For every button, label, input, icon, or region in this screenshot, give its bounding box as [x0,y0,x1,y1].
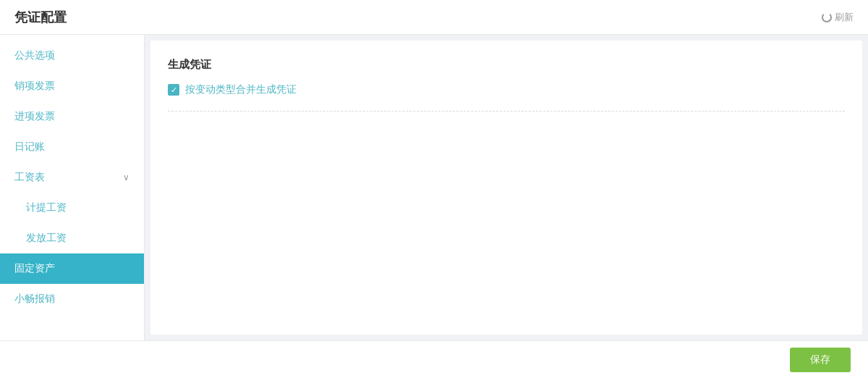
refresh-icon [822,12,832,22]
sidebar-item-sales-invoice[interactable]: 销项发票 [0,71,144,101]
sidebar-item-label: 日记账 [14,140,45,154]
merge-checkbox-label[interactable]: 按变动类型合并生成凭证 [185,83,297,96]
page-wrapper: 凭证配置 刷新 公共选项销项发票进项发票日记账工资表∨计提工资发放工资固定资产小… [0,0,868,378]
section-title: 生成凭证 [168,58,845,72]
refresh-label: 刷新 [835,11,854,24]
sidebar-item-label: 固定资产 [14,262,55,275]
sidebar-item-purchase-invoice[interactable]: 进项发票 [0,101,144,132]
footer: 保存 [0,340,868,378]
content-area: 生成凭证 按变动类型合并生成凭证 [150,41,862,335]
merge-checkbox[interactable] [168,84,179,96]
sidebar-item-label: 公共选项 [14,49,55,62]
sidebar-item-label: 发放工资 [26,232,67,245]
sidebar-item-label: 小畅报销 [14,293,55,306]
sidebar-item-payroll-calc[interactable]: 计提工资 [0,193,144,223]
sidebar-item-payroll-pay[interactable]: 发放工资 [0,223,144,253]
page-title: 凭证配置 [14,9,67,26]
sidebar-item-label: 销项发票 [14,80,55,93]
sidebar-item-expense[interactable]: 小畅报销 [0,284,144,314]
save-button[interactable]: 保存 [790,348,851,372]
chevron-down-icon: ∨ [123,172,129,182]
sidebar-item-label: 计提工资 [26,201,67,214]
section-divider [168,111,845,112]
sidebar-item-payroll-table[interactable]: 工资表∨ [0,162,144,193]
refresh-button[interactable]: 刷新 [822,11,854,24]
sidebar-item-public[interactable]: 公共选项 [0,41,144,71]
sidebar-item-label: 工资表 [14,171,45,184]
sidebar-item-fixed-assets[interactable]: 固定资产 [0,253,144,284]
checkbox-row: 按变动类型合并生成凭证 [168,83,845,96]
sidebar-item-label: 进项发票 [14,110,55,123]
sidebar-item-journal[interactable]: 日记账 [0,132,144,162]
header: 凭证配置 刷新 [0,0,868,35]
main-area: 公共选项销项发票进项发票日记账工资表∨计提工资发放工资固定资产小畅报销 生成凭证… [0,35,868,340]
sidebar: 公共选项销项发票进项发票日记账工资表∨计提工资发放工资固定资产小畅报销 [0,35,145,340]
